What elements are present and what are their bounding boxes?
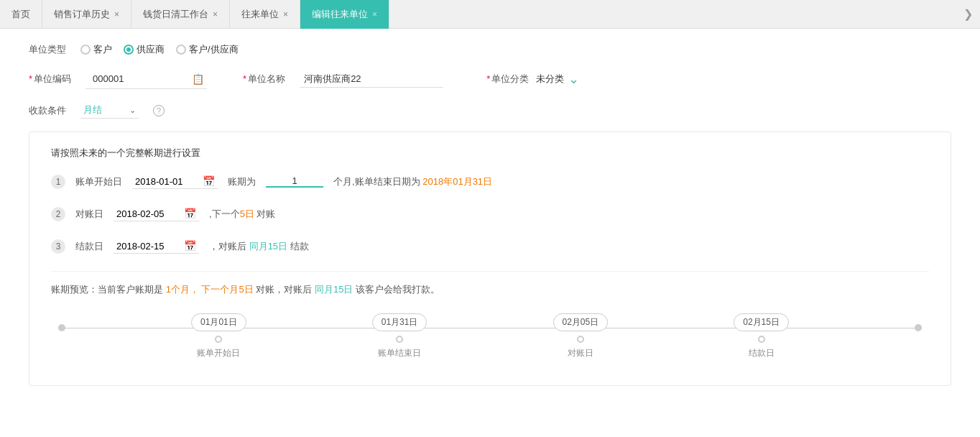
radio-customer[interactable]: 客户 [80,43,112,56]
timeline-node-3: 02月05日 对账日 [553,313,609,359]
unit-name-label: *单位名称 [243,73,285,86]
calendar-icon-3[interactable]: 📅 [184,240,196,252]
preview-months: 1个月， [166,284,199,295]
preview-section: 账期预览：当前客户账期是 1个月， 下一个月5日 对账，对账后 同月15日 该客… [51,271,929,371]
unit-code-copy-icon[interactable]: 📋 [192,73,204,85]
unit-classify-wrap: *单位分类 未分类 ⌄ [486,71,579,87]
timeline-badge-2: 01月31日 [372,313,427,331]
close-tab-edit-partner[interactable]: × [372,9,377,19]
timeline-dot-2 [396,336,403,343]
unit-code-label: *单位编码 [29,73,71,86]
period-num-3: 3 [51,239,65,254]
timeline-node-1: 01月01日 账单开始日 [191,313,246,359]
reconcile-day-highlight: 5日 [240,208,254,219]
period-field-label-2: 对账日 [75,208,103,221]
period-row-1: 1 账单开始日 📅 账期为 个月,账单结束日期为 2018年01月31日 [51,174,929,189]
unit-type-radio-group: 客户 供应商 客户/供应商 [80,43,239,56]
unit-code-input[interactable] [88,70,189,87]
payment-terms-row: 收款条件 月结 ⌄ ? [29,102,951,119]
tab-partners[interactable]: 往来单位 × [230,0,300,29]
unit-classify-label: *单位分类 [486,73,529,86]
tab-more-arrow[interactable]: ❯ [956,7,980,21]
timeline-start-dot [58,313,65,331]
timeline-label-4: 结款日 [749,347,775,359]
tab-cash-work[interactable]: 钱货日清工作台 × [131,0,230,29]
preview-reconcile: 下一个月5日 [201,284,253,295]
timeline-end-dot [915,313,922,331]
main-content: 单位类型 客户 供应商 客户/供应商 *单位编码 📋 [0,29,980,437]
timeline-dot-4 [758,336,765,343]
tab-sales-history[interactable]: 销售订单历史 × [42,0,131,29]
period-num-2: 2 [51,207,65,221]
date-input-2[interactable] [116,208,181,219]
period-row-2: 2 对账日 📅 ,下一个5日 对账 [51,206,929,221]
timeline-label-3: 对账日 [568,347,593,359]
timeline-container: 01月01日 账单开始日 01月31日 账单结束日 02月05日 [51,313,929,359]
payment-terms-dropdown[interactable]: 月结 ⌄ [80,102,139,119]
period-row-3: 3 结款日 📅 ，对账后 同月15日 结款 [51,239,929,254]
period-field-label-1: 账单开始日 [75,175,122,188]
date-input-wrap-2: 📅 [114,206,199,221]
timeline-node-2: 01月31日 账单结束日 [372,313,427,359]
date-input-wrap-3: 📅 [114,239,199,254]
payment-terms-label: 收款条件 [29,104,66,117]
radio-circle-customer [80,45,91,55]
payment-day-highlight: 同月15日 [249,241,287,252]
calendar-icon-1[interactable]: 📅 [203,175,215,187]
period-card: 请按照未来的一个完整帐期进行设置 1 账单开始日 📅 账期为 个月,账单结束日期… [29,132,951,386]
payment-terms-arrow: ⌄ [129,106,136,115]
calendar-icon-2[interactable]: 📅 [184,208,196,219]
radio-dot-supplier [126,47,131,52]
preview-payment: 同月15日 [315,284,353,295]
unit-type-label: 单位类型 [29,43,66,56]
radio-circle-both [176,45,186,55]
radio-both[interactable]: 客户/供应商 [176,43,239,56]
date-input-wrap-1: 📅 [132,174,218,189]
close-tab-cash-work[interactable]: × [213,9,218,19]
date-input-1[interactable] [135,176,200,187]
payment-terms-help-icon[interactable]: ? [153,105,165,116]
period-desc-1b: 个月,账单结束日期为 2018年01月31日 [333,175,492,188]
period-num-1: 1 [51,175,65,189]
period-desc-1: 账期为 [228,175,256,188]
unit-name-input[interactable] [300,70,443,88]
month-input-1[interactable] [266,175,323,188]
timeline-badge-3: 02月05日 [553,313,609,331]
tab-edit-partner[interactable]: 编辑往来单位 × [300,0,389,29]
radio-supplier[interactable]: 供应商 [124,43,165,56]
period-end-date-highlight: 2018年01月31日 [422,176,492,187]
timeline-badge-4: 02月15日 [734,313,789,331]
timeline-badge-1: 01月01日 [191,313,246,331]
radio-circle-supplier [124,45,134,55]
period-desc-2: ,下一个5日 对账 [209,208,275,221]
timeline-node-4: 02月15日 结款日 [734,313,789,359]
unit-fields-row: *单位编码 📋 *单位名称 *单位分类 未分类 ⌄ [29,69,951,89]
timeline-dot-3 [577,336,584,343]
period-title: 请按照未来的一个完整帐期进行设置 [51,147,929,160]
unit-classify-dropdown[interactable]: 未分类 ⌄ [536,71,579,87]
timeline-dot-1 [215,336,222,343]
tab-home[interactable]: 首页 [0,0,42,29]
payment-terms-value: 月结 [83,104,126,116]
close-tab-sales-history[interactable]: × [114,9,119,19]
tab-bar: 首页 销售订单历史 × 钱货日清工作台 × 往来单位 × 编辑往来单位 × ❯ [0,0,980,29]
classify-dropdown-arrow: ⌄ [568,71,579,87]
unit-code-field-wrap: 📋 [85,69,207,89]
period-desc-3: ，对账后 同月15日 结款 [209,240,309,253]
timeline-label-2: 账单结束日 [378,347,421,359]
date-input-3[interactable] [116,241,181,252]
preview-text: 账期预览：当前客户账期是 1个月， 下一个月5日 对账，对账后 同月15日 该客… [51,283,929,296]
period-field-label-3: 结款日 [75,240,103,253]
close-tab-partners[interactable]: × [283,9,288,19]
timeline-label-1: 账单开始日 [197,347,240,359]
timeline-items: 01月01日 账单开始日 01月31日 账单结束日 02月05日 [58,313,922,359]
unit-type-row: 单位类型 客户 供应商 客户/供应商 [29,43,951,56]
